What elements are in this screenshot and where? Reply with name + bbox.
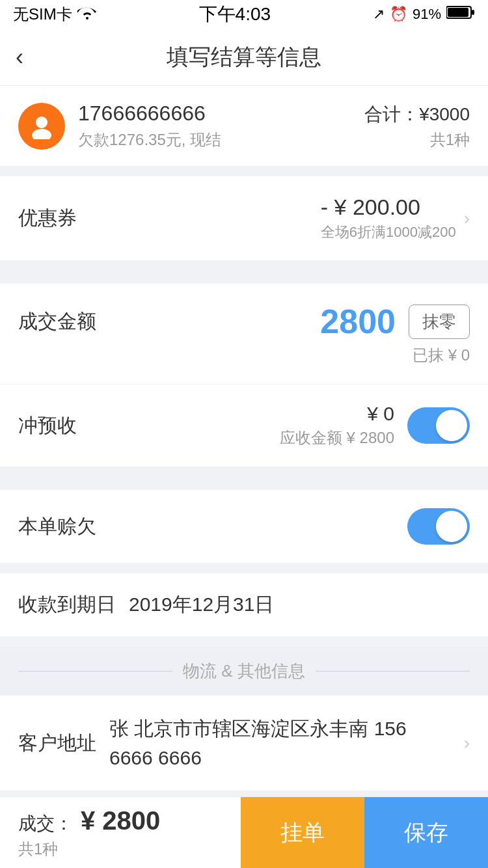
amount-note: 已抹 ¥ 0 — [18, 345, 470, 366]
svg-rect-2 — [472, 10, 474, 15]
toggle-knob — [436, 410, 467, 441]
prepay-label: 冲预收 — [18, 413, 77, 439]
section-divider-1 — [0, 271, 488, 284]
section-line-right — [316, 671, 470, 671]
alarm-icon: ⏰ — [390, 6, 407, 23]
status-left: 无SIM卡 — [13, 4, 97, 25]
coupon-row[interactable]: 优惠券 - ¥ 200.00 全场6折满1000减200 › — [0, 176, 488, 260]
svg-point-4 — [32, 129, 51, 139]
prepay-section: 冲预收 ¥ 0 应收金额 ¥ 2800 — [0, 384, 488, 467]
status-time: 下午4:03 — [199, 2, 271, 27]
wifi-icon — [77, 5, 97, 23]
bottom-bar: 成交： ¥ 2800 共1种 挂单 保存 — [0, 796, 488, 868]
save-button[interactable]: 保存 — [364, 797, 488, 869]
pending-button[interactable]: 挂单 — [241, 797, 364, 869]
prepay-toggle[interactable] — [407, 407, 470, 444]
coupon-discount: - ¥ 200.00 — [321, 195, 456, 220]
customer-info: 17666666666 欠款1276.35元, 现结 — [78, 102, 221, 150]
svg-rect-1 — [448, 8, 468, 17]
prepay-val: ¥ 0 — [280, 403, 394, 425]
deal-label: 成交： — [18, 811, 73, 836]
customer-debt: 欠款1276.35元, 现结 — [78, 129, 221, 150]
content-area: 17666666666 欠款1276.35元, 现结 合计：¥3000 共1种 … — [0, 86, 488, 868]
credit-section: 本单赊欠 — [0, 490, 488, 563]
section-header-text: 物流 & 其他信息 — [183, 660, 305, 683]
duedate-section: 收款到期日 2019年12月31日 — [0, 573, 488, 636]
coupon-desc: 全场6折满1000减200 — [321, 223, 456, 242]
prepay-right: ¥ 0 应收金额 ¥ 2800 — [280, 403, 470, 448]
address-section[interactable]: 客户地址 张 北京市市辖区海淀区永丰南 156 6666 6666 › — [0, 696, 488, 791]
coupon-info: - ¥ 200.00 全场6折满1000减200 — [321, 195, 456, 242]
duedate-label: 收款到期日 — [18, 591, 116, 618]
no-sim-label: 无SIM卡 — [13, 4, 72, 25]
amount-right: 2800 抹零 — [320, 302, 470, 341]
battery-label: 91% — [413, 6, 441, 23]
duedate-value: 2019年12月31日 — [129, 591, 274, 618]
address-label: 客户地址 — [18, 730, 96, 757]
total-label: 合计： — [364, 104, 419, 124]
coupon-right: - ¥ 200.00 全场6折满1000减200 › — [321, 195, 470, 242]
nav-bar: ‹ 填写结算等信息 — [0, 29, 488, 86]
amount-row: 成交金额 2800 抹零 — [18, 302, 470, 341]
battery-icon — [446, 5, 475, 23]
amount-value[interactable]: 2800 — [320, 302, 396, 341]
location-icon: ↗ — [373, 6, 385, 23]
amount-label: 成交金额 — [18, 308, 96, 335]
section-divider-2 — [0, 477, 488, 490]
credit-toggle-knob — [436, 511, 467, 542]
back-button[interactable]: ‹ — [16, 44, 23, 71]
customer-phone: 17666666666 — [78, 102, 221, 126]
amount-section: 成交金额 2800 抹零 已抹 ¥ 0 — [0, 284, 488, 384]
page-title: 填写结算等信息 — [167, 42, 321, 72]
deal-amount: ¥ 2800 — [81, 806, 160, 835]
address-chevron-icon: › — [464, 733, 470, 753]
duedate-row: 收款到期日 2019年12月31日 — [18, 591, 470, 618]
chevron-right-icon: › — [464, 208, 470, 229]
customer-row: 17666666666 欠款1276.35元, 现结 合计：¥3000 共1种 — [0, 86, 488, 166]
bottom-summary: 成交： ¥ 2800 共1种 — [0, 806, 241, 860]
status-right: ↗ ⏰ 91% — [373, 5, 475, 23]
prepay-row: 冲预收 ¥ 0 应收金额 ¥ 2800 — [18, 403, 470, 448]
prepay-amount: ¥ 0 应收金额 ¥ 2800 — [280, 403, 394, 448]
section-header: 物流 & 其他信息 — [0, 647, 488, 696]
section-line-left — [18, 671, 172, 671]
credit-toggle[interactable] — [407, 508, 470, 545]
deal-row: 成交： ¥ 2800 — [18, 806, 223, 836]
customer-left: 17666666666 欠款1276.35元, 现结 — [18, 102, 221, 150]
total-amount: ¥3000 — [419, 104, 470, 124]
prepay-receivable: 应收金额 ¥ 2800 — [280, 427, 394, 448]
address-value: 张 北京市市辖区海淀区永丰南 156 6666 6666 — [96, 714, 464, 772]
status-bar: 无SIM卡 下午4:03 ↗ ⏰ 91% — [0, 0, 488, 29]
avatar — [18, 103, 65, 150]
customer-total: 合计：¥3000 共1种 — [364, 102, 470, 150]
total-label-amount: 合计：¥3000 — [364, 102, 470, 127]
item-count: 共1种 — [364, 129, 470, 150]
coupon-label: 优惠券 — [18, 205, 77, 232]
deal-count: 共1种 — [18, 839, 223, 860]
round-button[interactable]: 抹零 — [409, 305, 470, 339]
svg-point-3 — [36, 116, 47, 128]
credit-label: 本单赊欠 — [18, 513, 96, 540]
